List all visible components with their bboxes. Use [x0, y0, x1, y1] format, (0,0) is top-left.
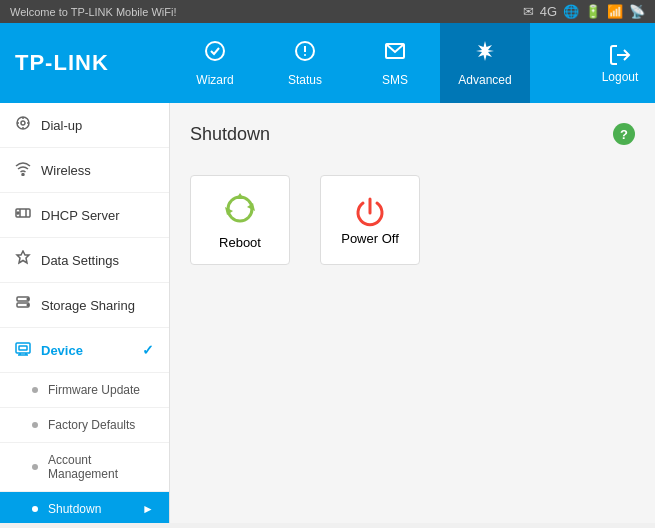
sidebar-sub-account-management[interactable]: Account Management — [0, 443, 169, 492]
nav-sms[interactable]: SMS — [350, 23, 440, 103]
sidebar-item-dial-up[interactable]: Dial-up — [0, 103, 169, 148]
dot-icon — [32, 464, 38, 470]
device-label: Device — [41, 343, 83, 358]
storage-sharing-icon — [15, 295, 31, 315]
header: TP-LINK Wizard Status — [0, 23, 655, 103]
action-buttons: Reboot Power Off — [190, 175, 635, 265]
nav-wizard-label: Wizard — [196, 73, 233, 87]
svg-point-16 — [17, 212, 19, 214]
nav-advanced[interactable]: Advanced — [440, 23, 530, 103]
dhcp-icon — [15, 205, 31, 225]
sim-icon: 📶 — [607, 4, 623, 19]
poweroff-icon — [352, 195, 388, 231]
svg-point-0 — [206, 42, 224, 60]
sidebar-sub-factory-defaults[interactable]: Factory Defaults — [0, 408, 169, 443]
svg-point-12 — [22, 174, 24, 176]
status-title: Welcome to TP-LINK Mobile WiFi! — [10, 6, 176, 18]
wireless-label: Wireless — [41, 163, 91, 178]
chevron-down-icon: ✓ — [142, 342, 154, 358]
reboot-button[interactable]: Reboot — [190, 175, 290, 265]
logo-area: TP-LINK — [0, 50, 170, 76]
sidebar-sub-firmware-update[interactable]: Firmware Update — [0, 373, 169, 408]
sidebar-item-storage-sharing[interactable]: Storage Sharing — [0, 283, 169, 328]
status-bar: Welcome to TP-LINK Mobile WiFi! ✉ 4G 🌐 🔋… — [0, 0, 655, 23]
content-header: Shutdown ? — [190, 123, 635, 145]
globe-icon: 🌐 — [563, 4, 579, 19]
storage-sharing-label: Storage Sharing — [41, 298, 135, 313]
sidebar-item-data-settings[interactable]: Data Settings — [0, 238, 169, 283]
reboot-label: Reboot — [219, 235, 261, 250]
account-management-label: Account Management — [48, 453, 154, 481]
nav-logout[interactable]: Logout — [585, 23, 655, 103]
wizard-icon — [203, 39, 227, 69]
sms-icon — [383, 39, 407, 69]
svg-rect-21 — [16, 343, 30, 353]
svg-point-19 — [27, 298, 29, 300]
svg-point-3 — [304, 54, 306, 56]
main-layout: Dial-up Wireless — [0, 103, 655, 523]
help-button[interactable]: ? — [613, 123, 635, 145]
reboot-icon — [222, 191, 258, 227]
status-nav-icon — [293, 39, 317, 69]
logout-icon — [608, 43, 632, 70]
nav-wizard[interactable]: Wizard — [170, 23, 260, 103]
chevron-right-icon: ► — [142, 502, 154, 516]
svg-point-7 — [21, 121, 25, 125]
svg-point-20 — [27, 304, 29, 306]
sidebar-sub-shutdown[interactable]: Shutdown ► — [0, 492, 169, 523]
sidebar-item-dhcp[interactable]: DHCP Server — [0, 193, 169, 238]
email-icon: ✉ — [523, 4, 534, 19]
dial-up-label: Dial-up — [41, 118, 82, 133]
logo: TP-LINK — [15, 50, 109, 75]
dot-icon — [32, 506, 38, 512]
shutdown-label: Shutdown — [48, 502, 101, 516]
logout-label: Logout — [602, 70, 639, 84]
nav-status-label: Status — [288, 73, 322, 87]
signal-icon: 4G — [540, 4, 557, 19]
status-icons: ✉ 4G 🌐 🔋 📶 📡 — [523, 4, 645, 19]
sidebar: Dial-up Wireless — [0, 103, 170, 523]
wireless-icon — [15, 160, 31, 180]
nav-advanced-label: Advanced — [458, 73, 511, 87]
nav-status[interactable]: Status — [260, 23, 350, 103]
svg-rect-25 — [19, 346, 27, 350]
device-icon — [15, 340, 31, 360]
poweroff-label: Power Off — [341, 231, 399, 246]
dial-up-icon — [15, 115, 31, 135]
dhcp-label: DHCP Server — [41, 208, 120, 223]
nav-sms-label: SMS — [382, 73, 408, 87]
firmware-update-label: Firmware Update — [48, 383, 140, 397]
sidebar-item-wireless[interactable]: Wireless — [0, 148, 169, 193]
sidebar-item-device[interactable]: Device ✓ — [0, 328, 169, 373]
wifi-icon: 📡 — [629, 4, 645, 19]
factory-defaults-label: Factory Defaults — [48, 418, 135, 432]
battery-icon: 🔋 — [585, 4, 601, 19]
nav-area: Wizard Status SMS — [170, 23, 655, 103]
advanced-icon — [473, 39, 497, 69]
poweroff-button[interactable]: Power Off — [320, 175, 420, 265]
data-settings-icon — [15, 250, 31, 270]
content-area: Shutdown ? Reboot — [170, 103, 655, 523]
page-title: Shutdown — [190, 124, 270, 145]
dot-icon — [32, 422, 38, 428]
dot-icon — [32, 387, 38, 393]
data-settings-label: Data Settings — [41, 253, 119, 268]
